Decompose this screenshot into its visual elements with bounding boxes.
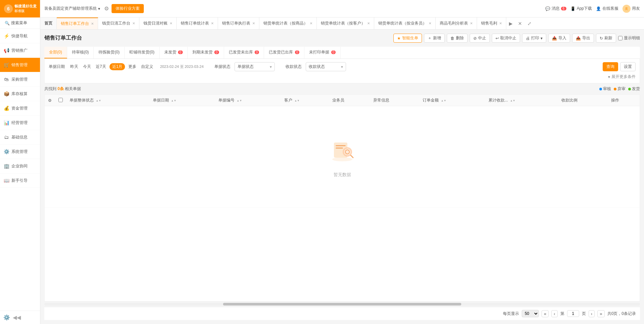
tab-close-icon[interactable]: ✕ xyxy=(252,22,255,25)
sidebar-item-sales[interactable]: 🛒 销售管理 xyxy=(0,58,40,72)
sort-received-icon[interactable]: ▲▼ xyxy=(510,99,515,102)
select-all-checkbox[interactable] xyxy=(58,98,63,102)
last-page-btn[interactable]: » xyxy=(597,310,604,317)
tab-home-label: 首页 xyxy=(44,21,52,26)
delete-button[interactable]: 🗑 删除 xyxy=(447,34,468,43)
sidebar-item-purchase[interactable]: 🛍 采购管理 xyxy=(0,72,40,87)
filter-tab-pending-check[interactable]: 待拣验货(0) xyxy=(94,47,125,58)
refresh-button[interactable]: ↻ 刷新 xyxy=(596,34,616,43)
filter-tab-pending[interactable]: 待审核(0) xyxy=(67,47,94,58)
tab-expand-icon[interactable]: ⤢ xyxy=(525,21,534,26)
tab-close-icon[interactable]: ✕ xyxy=(170,22,172,25)
sidebar-item-system[interactable]: ⚙️ 系统管理 xyxy=(0,145,40,159)
tab-close-icon[interactable]: ✕ xyxy=(310,22,312,25)
settings-bottom-icon[interactable]: ⚙️ xyxy=(3,314,10,321)
export-icon: 📤 xyxy=(576,36,581,41)
import-button[interactable]: 📥 导入 xyxy=(548,34,570,43)
filter-tab-all[interactable]: 全部(0) xyxy=(44,47,67,58)
tab-sales-stat-product[interactable]: 销货单统计表（按商品） ✕ xyxy=(259,17,317,30)
filter-tab-shipped-out[interactable]: 已发货已出库 0 xyxy=(264,47,304,58)
collapse-icon[interactable]: ◀◀ xyxy=(13,314,21,321)
tab-home[interactable]: 首页 xyxy=(40,17,57,30)
horizontal-scrollbar[interactable] xyxy=(44,303,640,306)
col-settings-icon[interactable]: ⚙ xyxy=(48,98,52,103)
shortcut-custom[interactable]: 自定义 xyxy=(140,63,155,70)
page-input[interactable] xyxy=(567,310,579,317)
solution-button[interactable]: 体验行业方案 xyxy=(112,4,144,13)
filter-tab-wangpu[interactable]: 旺铺待发货(0) xyxy=(125,47,160,58)
filter-tab-not-shipped[interactable]: 未发货 0 xyxy=(160,47,188,58)
app-download-item[interactable]: 📱 App下载 xyxy=(570,6,592,11)
shortcut-yesterday[interactable]: 昨天 xyxy=(69,63,80,70)
tab-close-icon[interactable]: ✕ xyxy=(132,22,135,25)
sidebar-item-newbie[interactable]: 📖 新手引导 xyxy=(0,173,40,188)
next-page-btn[interactable]: › xyxy=(589,310,595,317)
shortcut-7days[interactable]: 近7天 xyxy=(94,63,108,70)
first-page-btn[interactable]: « xyxy=(542,310,549,317)
service-item[interactable]: 👤 在线客服 xyxy=(596,6,618,11)
scroll-thumb[interactable] xyxy=(223,303,461,306)
tab-sales-stat[interactable]: 销售订单统计表 ✕ xyxy=(177,17,218,30)
shortcut-more[interactable]: 更多 xyxy=(127,63,138,70)
filter-tab-expired[interactable]: 到期未发货 0 xyxy=(188,47,224,58)
settings-filter-button[interactable]: 设置 xyxy=(620,62,636,71)
sidebar-item-marketing[interactable]: 📢 营销推广 xyxy=(0,43,40,58)
tab-sales-stat-staff[interactable]: 销货单统计表（按业务员） ✕ xyxy=(374,17,436,30)
print-button[interactable]: 🖨 打印 ▾ xyxy=(522,34,546,43)
show-detail-input[interactable] xyxy=(618,36,622,40)
payment-label: 收款状态 xyxy=(286,64,302,70)
tab-cash-goods[interactable]: 钱货日清对账 ✕ xyxy=(139,17,177,30)
sort-date-icon[interactable]: ▲▼ xyxy=(171,99,176,102)
user-item[interactable]: 友 用友 xyxy=(622,5,640,13)
per-page-select[interactable]: 50 10 20 100 xyxy=(522,310,539,317)
approve-action[interactable]: 审核 xyxy=(599,86,611,92)
cancel-stop-button[interactable]: ↩ 取消中止 xyxy=(492,34,520,43)
filter-tab-not-printed[interactable]: 未打印单据 0 xyxy=(304,47,341,58)
sidebar-item-corp[interactable]: 🏢 企业协同 xyxy=(0,159,40,173)
ship-action[interactable]: 发货 xyxy=(628,86,640,92)
tab-margin-analysis[interactable]: 商品毛利分析表 ✕ xyxy=(436,17,477,30)
sort-number-icon[interactable]: ▲▼ xyxy=(237,99,242,102)
sidebar-item-quick-nav[interactable]: ⚡ 快捷导航 xyxy=(0,29,40,43)
export-button[interactable]: 📤 导出 xyxy=(572,34,594,43)
tab-sales-stat-customer[interactable]: 销货单统计表（按客户） ✕ xyxy=(317,17,374,30)
tab-sales-exec[interactable]: 销售订单执行表 ✕ xyxy=(218,17,259,30)
filter-tab-shipped-not-out[interactable]: 已发货未出库 0 xyxy=(224,47,264,58)
sort-status-icon[interactable]: ▲▼ xyxy=(96,99,101,102)
expand-button[interactable]: ▾ 展开更多条件 xyxy=(608,74,636,80)
tab-close-icon[interactable]: ✕ xyxy=(367,22,370,25)
tab-more-icon[interactable]: ▶ xyxy=(506,21,515,26)
tab-sales-profit[interactable]: 销售毛利 ✕ xyxy=(477,17,506,30)
sidebar-item-base[interactable]: 🗂 基础信息 xyxy=(0,130,40,145)
expand-down-icon: ▾ xyxy=(608,75,610,79)
shortcut-today[interactable]: 今天 xyxy=(82,63,92,70)
tab-close-icon[interactable]: ✕ xyxy=(91,22,94,26)
tab-close-all-icon[interactable]: ✕ xyxy=(515,21,525,26)
sidebar-item-finance[interactable]: 💰 资金管理 xyxy=(0,101,40,116)
status-select[interactable]: 单据状态 ▾ xyxy=(234,62,275,71)
query-button[interactable]: 查询 xyxy=(603,62,618,71)
revoke-action[interactable]: 弃审 xyxy=(614,86,626,92)
tab-close-icon[interactable]: ✕ xyxy=(470,22,473,25)
tab-close-icon[interactable]: ✕ xyxy=(429,22,431,25)
tab-sales-workbench[interactable]: 销售订单工作台 ✕ xyxy=(57,17,98,30)
message-item[interactable]: 💬 消息 6 xyxy=(545,6,566,11)
tab-cash-daily[interactable]: 钱货日清工作台 ✕ xyxy=(98,17,139,30)
sidebar-item-label: 基础信息 xyxy=(11,134,28,140)
prev-page-btn[interactable]: ‹ xyxy=(551,310,557,317)
shortcut-1month[interactable]: 近1月 xyxy=(110,63,125,70)
add-button[interactable]: ＋ 新增 xyxy=(424,34,445,43)
show-detail-checkbox[interactable]: 显示明细 xyxy=(618,35,640,41)
stop-button[interactable]: ⊘ 中止 xyxy=(470,34,490,43)
sort-customer-icon[interactable]: ▲▼ xyxy=(294,99,300,102)
topbar-gear-icon[interactable]: ⚙ xyxy=(104,5,109,12)
system-title-dropdown[interactable]: 装备及固定资产辅助管理系统 ▾ xyxy=(44,6,100,11)
sidebar-search[interactable]: 🔍 搜索菜单 xyxy=(0,17,40,29)
tab-close-icon[interactable]: ✕ xyxy=(499,22,502,25)
sidebar-item-inventory[interactable]: 📦 库存核算 xyxy=(0,87,40,101)
sidebar-item-operations[interactable]: 📊 经营管理 xyxy=(0,116,40,130)
smart-gen-button[interactable]: ★ 智能生单 xyxy=(393,34,422,43)
payment-select[interactable]: 收款状态 ▾ xyxy=(306,62,346,71)
tab-close-icon[interactable]: ✕ xyxy=(211,22,214,25)
sort-amount-icon[interactable]: ▲▼ xyxy=(441,99,446,102)
